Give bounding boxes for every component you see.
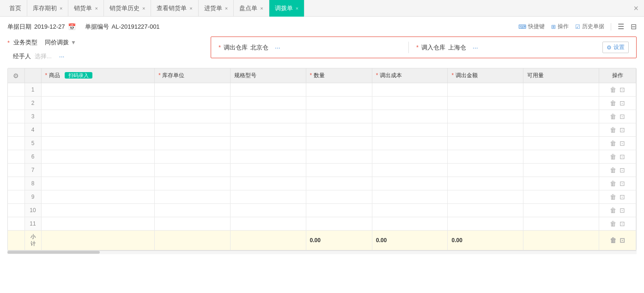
- row-product-cell[interactable]: [41, 190, 155, 204]
- row-unit-cell[interactable]: [155, 97, 231, 110]
- row-product-cell[interactable]: [41, 137, 155, 150]
- row-qty-cell[interactable]: [306, 137, 372, 150]
- row-qty-cell[interactable]: [306, 190, 372, 204]
- row-cost-cell[interactable]: [372, 204, 448, 217]
- row-amount-cell[interactable]: [448, 137, 523, 150]
- row-unit-cell[interactable]: [155, 217, 231, 231]
- close-icon[interactable]: ×: [225, 6, 228, 11]
- row-amount-cell[interactable]: [448, 110, 523, 123]
- handler-more-button[interactable]: ···: [59, 53, 65, 60]
- row-amount-cell[interactable]: [448, 164, 523, 177]
- tab-sales-order[interactable]: 销货单 ×: [68, 0, 103, 17]
- row-spec-cell[interactable]: [230, 190, 306, 204]
- close-icon[interactable]: ×: [142, 6, 145, 11]
- copy-icon[interactable]: ⊡: [620, 207, 625, 214]
- row-product-cell[interactable]: [41, 164, 155, 177]
- column-gear[interactable]: ⚙: [8, 68, 24, 83]
- history-button[interactable]: ☑ 历史单据: [575, 23, 604, 31]
- row-unit-cell[interactable]: [155, 164, 231, 177]
- handler-input[interactable]: 选择...: [35, 52, 52, 61]
- row-product-cell[interactable]: [41, 217, 155, 231]
- row-product-cell[interactable]: [41, 150, 155, 164]
- row-unit-cell[interactable]: [155, 137, 231, 150]
- copy-icon[interactable]: ⊡: [620, 99, 625, 107]
- copy-icon[interactable]: ⊡: [620, 166, 625, 174]
- tab-view-sales[interactable]: 查看销货单 ×: [151, 0, 198, 17]
- row-product-cell[interactable]: [41, 177, 155, 190]
- subtotal-copy-icon[interactable]: ⊡: [620, 237, 625, 244]
- row-product-cell[interactable]: [41, 110, 155, 123]
- row-amount-cell[interactable]: [448, 204, 523, 217]
- delete-icon[interactable]: 🗑: [610, 220, 616, 227]
- row-spec-cell[interactable]: [230, 137, 306, 150]
- delete-icon[interactable]: 🗑: [610, 166, 616, 174]
- row-product-cell[interactable]: [41, 204, 155, 217]
- biz-type-select[interactable]: 同价调拨 ▼: [41, 37, 97, 49]
- row-amount-cell[interactable]: [448, 83, 523, 97]
- tab-sales-history[interactable]: 销货单历史 ×: [104, 0, 151, 17]
- copy-icon[interactable]: ⊡: [620, 126, 625, 134]
- copy-icon[interactable]: ⊡: [620, 113, 625, 120]
- delete-icon[interactable]: 🗑: [610, 180, 616, 187]
- delete-icon[interactable]: 🗑: [610, 193, 616, 201]
- row-cost-cell[interactable]: [372, 123, 448, 137]
- row-qty-cell[interactable]: [306, 83, 372, 97]
- tab-inventory-init[interactable]: 库存期初 ×: [27, 0, 68, 17]
- row-amount-cell[interactable]: [448, 190, 523, 204]
- copy-icon[interactable]: ⊡: [620, 86, 625, 93]
- delete-icon[interactable]: 🗑: [610, 99, 616, 107]
- row-unit-cell[interactable]: [155, 177, 231, 190]
- row-cost-cell[interactable]: [372, 83, 448, 97]
- row-qty-cell[interactable]: [306, 123, 372, 137]
- row-spec-cell[interactable]: [230, 204, 306, 217]
- table-settings-icon[interactable]: ⚙: [13, 72, 19, 79]
- row-cost-cell[interactable]: [372, 190, 448, 204]
- close-icon[interactable]: ×: [296, 6, 298, 11]
- row-spec-cell[interactable]: [230, 83, 306, 97]
- row-spec-cell[interactable]: [230, 97, 306, 110]
- close-icon[interactable]: ×: [189, 6, 192, 11]
- horizontal-scrollbar[interactable]: [7, 250, 637, 254]
- row-unit-cell[interactable]: [155, 190, 231, 204]
- row-amount-cell[interactable]: [448, 123, 523, 137]
- row-qty-cell[interactable]: [306, 217, 372, 231]
- row-unit-cell[interactable]: [155, 110, 231, 123]
- row-product-cell[interactable]: [41, 123, 155, 137]
- delete-icon[interactable]: 🗑: [610, 140, 616, 147]
- copy-icon[interactable]: ⊡: [620, 140, 625, 147]
- tab-transfer[interactable]: 调拨单 ×: [269, 0, 304, 17]
- row-spec-cell[interactable]: [230, 123, 306, 137]
- transfer-in-more-button[interactable]: ···: [473, 44, 478, 51]
- close-icon[interactable]: ×: [260, 6, 263, 11]
- close-icon[interactable]: ×: [95, 6, 97, 11]
- delete-icon[interactable]: 🗑: [610, 86, 616, 93]
- row-spec-cell[interactable]: [230, 164, 306, 177]
- shortcuts-button[interactable]: ⌨ 快捷键: [518, 23, 545, 31]
- scan-button[interactable]: 扫码录入: [65, 72, 92, 79]
- subtotal-delete-icon[interactable]: 🗑: [610, 237, 616, 244]
- row-qty-cell[interactable]: [306, 204, 372, 217]
- list-view-button[interactable]: ⊟: [631, 22, 637, 31]
- row-amount-cell[interactable]: [448, 150, 523, 164]
- copy-icon[interactable]: ⊡: [620, 193, 625, 201]
- row-unit-cell[interactable]: [155, 83, 231, 97]
- row-spec-cell[interactable]: [230, 177, 306, 190]
- grid-view-button[interactable]: ☰: [618, 22, 624, 31]
- row-unit-cell[interactable]: [155, 204, 231, 217]
- row-cost-cell[interactable]: [372, 110, 448, 123]
- tab-inventory-check[interactable]: 盘点单 ×: [234, 0, 269, 17]
- delete-icon[interactable]: 🗑: [610, 113, 616, 120]
- row-qty-cell[interactable]: [306, 164, 372, 177]
- row-cost-cell[interactable]: [372, 164, 448, 177]
- row-qty-cell[interactable]: [306, 150, 372, 164]
- row-spec-cell[interactable]: [230, 150, 306, 164]
- tab-bar-close-button[interactable]: ×: [633, 3, 638, 13]
- row-amount-cell[interactable]: [448, 217, 523, 231]
- copy-icon[interactable]: ⊡: [620, 220, 625, 227]
- row-cost-cell[interactable]: [372, 97, 448, 110]
- row-cost-cell[interactable]: [372, 150, 448, 164]
- row-spec-cell[interactable]: [230, 217, 306, 231]
- scroll-thumb[interactable]: [7, 251, 100, 254]
- row-amount-cell[interactable]: [448, 97, 523, 110]
- row-cost-cell[interactable]: [372, 217, 448, 231]
